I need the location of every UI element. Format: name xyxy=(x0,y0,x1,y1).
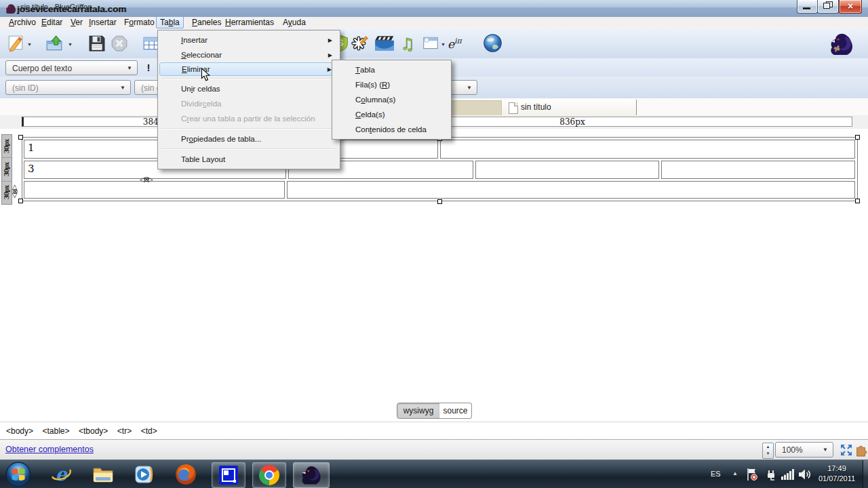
table-cell[interactable] xyxy=(661,161,855,179)
menu-insertar[interactable]: Insertar xyxy=(85,17,120,28)
audio-note-icon[interactable]: ♫ xyxy=(399,35,416,52)
taskbar-explorer[interactable] xyxy=(87,462,119,487)
document-tab[interactable]: sin título xyxy=(502,100,637,115)
video-clapper-icon[interactable] xyxy=(374,35,395,52)
table-cell[interactable] xyxy=(24,181,285,199)
row-delete-marker[interactable]: ◁⊗▷ xyxy=(12,185,19,197)
action-center-flag-icon[interactable] xyxy=(746,468,758,481)
table-cell[interactable] xyxy=(440,140,855,159)
start-button[interactable] xyxy=(5,462,31,487)
menuitem-dividir-celda: Dividir celda xyxy=(159,96,338,111)
menuitem-propiedades-tabla[interactable]: Propiedades de tabla... xyxy=(159,131,338,146)
tray-hidden-icons-arrow[interactable]: ▲ xyxy=(732,470,738,488)
browser-globe-icon[interactable] xyxy=(483,33,502,53)
path-tbody[interactable]: <tbody> xyxy=(79,426,108,436)
open-dropdown-caret[interactable]: ▼ xyxy=(68,42,73,47)
path-td[interactable]: <td> xyxy=(141,426,157,436)
open-import-icon[interactable] xyxy=(46,35,64,52)
tray-language[interactable]: ES xyxy=(711,470,721,488)
minimize-button[interactable] xyxy=(797,0,818,14)
tray-clock[interactable]: 17:49 01/07/2011 xyxy=(814,464,860,484)
volume-icon[interactable] xyxy=(798,468,812,481)
math-icon[interactable]: eiπ xyxy=(448,37,462,51)
table-resize-handle[interactable] xyxy=(18,199,23,203)
path-body[interactable]: <body> xyxy=(6,426,33,436)
id-combobox[interactable]: (sin ID)▼ xyxy=(5,80,131,95)
chevron-down-icon: ▼ xyxy=(127,61,132,76)
path-tr[interactable]: <tr> xyxy=(117,426,132,436)
column-delete-marker[interactable]: ◁⊗▷ xyxy=(140,176,152,183)
get-addons-link[interactable]: Obtener complementos xyxy=(5,445,94,454)
table-resize-handle[interactable] xyxy=(855,135,860,140)
taskbar-media-player[interactable] xyxy=(127,462,160,487)
tab-title: sin título xyxy=(521,100,551,115)
chevron-down-icon: ▼ xyxy=(823,443,828,458)
bluegriffon-window: sin título - BlueGriffon josevicentecarr… xyxy=(0,0,868,488)
show-desktop-button[interactable] xyxy=(863,460,868,488)
clock-date: 01/07/2011 xyxy=(814,474,860,484)
wysiwyg-tab[interactable]: wysiwyg xyxy=(397,403,440,419)
menu-separator xyxy=(161,148,336,150)
table-resize-handle[interactable] xyxy=(855,199,860,203)
menu-ver[interactable]: Ver xyxy=(67,17,86,28)
zoom-stepper[interactable]: ▲▼ xyxy=(762,443,774,459)
eliminar-submenu-popup: Tabla Fila(s) (R) Columna(s) Celda(s) Co… xyxy=(332,60,452,140)
zoom-combobox[interactable]: 100%▼ xyxy=(775,442,833,458)
menu-formato[interactable]: Formato xyxy=(121,17,158,28)
paragraph-style-combobox[interactable]: Cuerpo del texto▼ xyxy=(5,60,138,75)
power-plug-icon[interactable] xyxy=(765,468,777,481)
menuitem-crear-tabla-seleccion: Crear una tabla a partir de la selección xyxy=(159,111,338,126)
selected-table[interactable]: 1 3 xyxy=(22,137,858,201)
menu-paneles[interactable]: Paneles xyxy=(189,17,224,28)
menu-herramientas[interactable]: Herramientas xyxy=(222,17,277,28)
path-table[interactable]: <table> xyxy=(43,426,70,436)
network-signal-icon[interactable] xyxy=(781,468,795,481)
menu-editar[interactable]: Editar xyxy=(38,17,66,28)
table-row: 1 xyxy=(24,140,855,159)
submenuitem-filas[interactable]: Fila(s) (R) xyxy=(334,77,450,92)
menu-ayuda[interactable]: Ayuda xyxy=(279,17,309,28)
submenuitem-contenidos-celda[interactable]: Contenidos de celda xyxy=(334,122,450,137)
main-toolbar: ▼ ▼ S xyxy=(0,28,868,59)
taskbar-capture-app[interactable] xyxy=(212,462,245,488)
menuitem-seleccionar[interactable]: Seleccionar ▶ xyxy=(159,47,338,62)
clock-time: 17:49 xyxy=(814,464,860,474)
edit-pencil-icon[interactable] xyxy=(7,35,24,52)
taskbar-chrome[interactable] xyxy=(252,462,286,488)
submenuitem-celdas[interactable]: Celda(s) xyxy=(334,107,450,122)
tabla-menu-popup: Insertar ▶ Seleccionar ▶ Eliminar ▶ Unir… xyxy=(157,30,340,169)
menu-tabla[interactable]: Tabla xyxy=(156,16,184,28)
table-cell[interactable] xyxy=(287,181,855,199)
svg-text:♫: ♫ xyxy=(400,35,414,52)
minimize-icon xyxy=(803,7,810,9)
save-icon[interactable] xyxy=(88,35,106,52)
panel-window-icon[interactable] xyxy=(422,35,439,52)
windows-taskbar: e xyxy=(0,460,868,488)
table-cell[interactable] xyxy=(475,161,659,179)
addons-flower-icon[interactable] xyxy=(351,35,368,52)
edit-dropdown-caret[interactable]: ▼ xyxy=(27,42,32,47)
addons-puzzle-icon[interactable] xyxy=(855,443,867,457)
panel-dropdown-caret[interactable]: ▼ xyxy=(441,42,446,47)
menuitem-eliminar[interactable]: Eliminar ▶ xyxy=(159,62,338,76)
menuitem-table-layout[interactable]: Table Layout xyxy=(159,152,338,167)
wysiwyg-editing-area[interactable]: 30px 30px 30px 1 3 ◁⊗▷ xyxy=(0,129,868,422)
source-tab[interactable]: source xyxy=(439,403,472,419)
table-resize-handle[interactable] xyxy=(18,135,23,140)
submenuitem-columnas[interactable]: Columna(s) xyxy=(334,92,450,107)
table-resize-handle[interactable] xyxy=(437,199,442,204)
svg-text:e: e xyxy=(55,464,68,485)
taskbar-internet-explorer[interactable]: e xyxy=(45,462,77,487)
validation-warning-button[interactable]: ! xyxy=(142,60,155,75)
fullscreen-icon[interactable] xyxy=(840,443,853,457)
close-button[interactable]: × xyxy=(839,0,862,14)
submenuitem-tabla[interactable]: Tabla xyxy=(334,62,450,77)
taskbar-bluegriffon[interactable] xyxy=(293,462,330,488)
menuitem-unir-celdas[interactable]: Unir celdas xyxy=(159,81,338,96)
menu-archivo[interactable]: Archivo xyxy=(5,17,39,28)
menuitem-insertar[interactable]: Insertar ▶ xyxy=(159,33,338,47)
menu-separator xyxy=(161,128,336,129)
mouse-cursor xyxy=(201,68,211,82)
taskbar-firefox[interactable] xyxy=(170,462,202,487)
restore-button[interactable] xyxy=(817,0,839,14)
